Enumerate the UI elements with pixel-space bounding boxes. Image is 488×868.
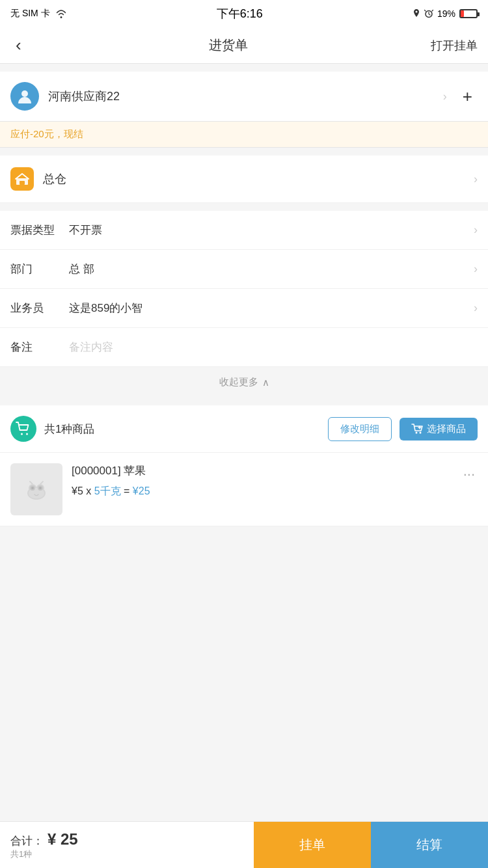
select-product-button[interactable]: 选择商品 — [400, 418, 478, 441]
divider-1 — [0, 148, 488, 156]
product-thumbnail — [10, 463, 62, 515]
product-total: ¥25 — [133, 485, 150, 496]
product-count-icon-bg — [10, 416, 36, 442]
collapse-icon: ∧ — [262, 377, 269, 388]
svg-rect-4 — [20, 181, 25, 185]
total-count: 共1种 — [10, 848, 243, 860]
divider-2 — [0, 203, 488, 211]
warehouse-section: 总仓 › — [0, 156, 488, 203]
open-pending-button[interactable]: 打开挂单 — [431, 38, 478, 53]
warehouse-label: 总仓 — [43, 171, 474, 187]
collapse-label: 收起更多 — [219, 376, 258, 388]
svg-point-2 — [21, 90, 28, 97]
product-equals: = — [124, 485, 133, 496]
person-icon — [16, 87, 34, 105]
department-row[interactable]: 部门 总 部 › — [0, 250, 488, 289]
warehouse-chevron-icon: › — [474, 172, 478, 186]
department-value: 总 部 — [69, 262, 474, 277]
ticket-type-row[interactable]: 票据类型 不开票 › — [0, 211, 488, 250]
total-amount: ¥ 25 — [47, 830, 78, 848]
total-label: 合计： — [10, 834, 44, 848]
bottom-bar: 合计： ¥ 25 共1种 挂单 结算 — [0, 821, 488, 868]
nav-bar: ‹ 进货单 打开挂单 — [0, 27, 488, 64]
edit-detail-button[interactable]: 修改明细 — [328, 417, 392, 441]
remark-value: 备注内容 — [69, 340, 478, 355]
carrier-label: 无 SIM 卡 — [10, 8, 50, 20]
battery-percentage: 19% — [437, 8, 455, 19]
salesman-row[interactable]: 业务员 这是859的小智 › — [0, 289, 488, 328]
svg-point-0 — [415, 11, 417, 13]
warehouse-icon — [15, 172, 29, 186]
status-right: 19% — [413, 8, 478, 19]
bottom-total: 合计： ¥ 25 共1种 — [0, 830, 254, 860]
product-menu-button[interactable]: ··· — [461, 463, 478, 485]
product-multiply: x — [86, 485, 94, 496]
supplier-chevron-icon: › — [443, 90, 447, 103]
svg-point-7 — [416, 432, 418, 434]
wifi-icon — [55, 9, 67, 18]
ticket-type-value: 不开票 — [69, 223, 474, 237]
back-button[interactable]: ‹ — [10, 30, 27, 61]
department-chevron-icon: › — [474, 262, 478, 276]
alarm-icon — [424, 9, 433, 18]
top-divider — [0, 64, 488, 72]
product-count-label: 共1种商品 — [44, 422, 320, 437]
product-price-row: ¥5 x 5千克 = ¥25 — [72, 485, 452, 498]
cart-icon — [16, 422, 31, 436]
product-info: [0000001] 苹果 ¥5 x 5千克 = ¥25 — [72, 463, 452, 498]
svg-point-8 — [420, 432, 422, 434]
svg-point-5 — [21, 433, 23, 435]
product-item: [0000001] 苹果 ¥5 x 5千克 = ¥25 ··· — [0, 453, 488, 526]
remark-key: 备注 — [10, 340, 69, 355]
remark-row[interactable]: 备注 备注内容 — [0, 328, 488, 367]
salesman-key: 业务员 — [10, 301, 69, 316]
warehouse-row[interactable]: 总仓 › — [0, 156, 488, 203]
location-icon — [413, 9, 420, 18]
product-header: 共1种商品 修改明细 选择商品 — [0, 405, 488, 453]
battery-icon — [459, 9, 478, 18]
product-display-name: 苹果 — [124, 465, 146, 477]
info-banner: 应付-20元，现结 — [0, 122, 488, 148]
main-content: 河南供应商22 › + 应付-20元，现结 总仓 › 票据类型 不开票 — [0, 64, 488, 578]
supplier-avatar — [10, 82, 39, 111]
page-title: 进货单 — [209, 36, 248, 54]
ticket-type-key: 票据类型 — [10, 223, 69, 237]
product-qty: 5千克 — [94, 485, 121, 496]
status-left: 无 SIM 卡 — [10, 8, 67, 20]
ticket-type-chevron-icon: › — [474, 223, 478, 237]
divider-3 — [0, 398, 488, 405]
form-section: 票据类型 不开票 › 部门 总 部 › 业务员 这是859的小智 › 备注 备注… — [0, 211, 488, 367]
salesman-value: 这是859的小智 — [69, 301, 474, 316]
status-bar: 无 SIM 卡 下午6:16 19% — [0, 0, 488, 27]
select-product-label: 选择商品 — [427, 423, 466, 435]
warehouse-icon-bg — [10, 167, 34, 191]
status-time: 下午6:16 — [217, 6, 263, 21]
department-key: 部门 — [10, 262, 69, 277]
svg-point-16 — [39, 487, 42, 489]
salesman-chevron-icon: › — [474, 301, 478, 315]
settle-button[interactable]: 结算 — [371, 822, 488, 869]
product-placeholder-icon — [22, 475, 51, 504]
supplier-row[interactable]: 河南供应商22 › + — [0, 72, 488, 122]
product-code: [0000001] — [72, 465, 121, 477]
hang-order-button[interactable]: 挂单 — [254, 822, 371, 869]
product-unit-price: ¥5 — [72, 485, 83, 496]
add-supplier-button[interactable]: + — [457, 84, 478, 109]
svg-point-6 — [26, 433, 28, 435]
supplier-name: 河南供应商22 — [48, 88, 443, 104]
svg-point-15 — [31, 487, 34, 489]
select-product-icon — [411, 424, 423, 434]
collapse-more-button[interactable]: 收起更多 ∧ — [0, 367, 488, 398]
product-name: [0000001] 苹果 — [72, 463, 452, 478]
supplier-section: 河南供应商22 › + 应付-20元，现结 — [0, 72, 488, 148]
